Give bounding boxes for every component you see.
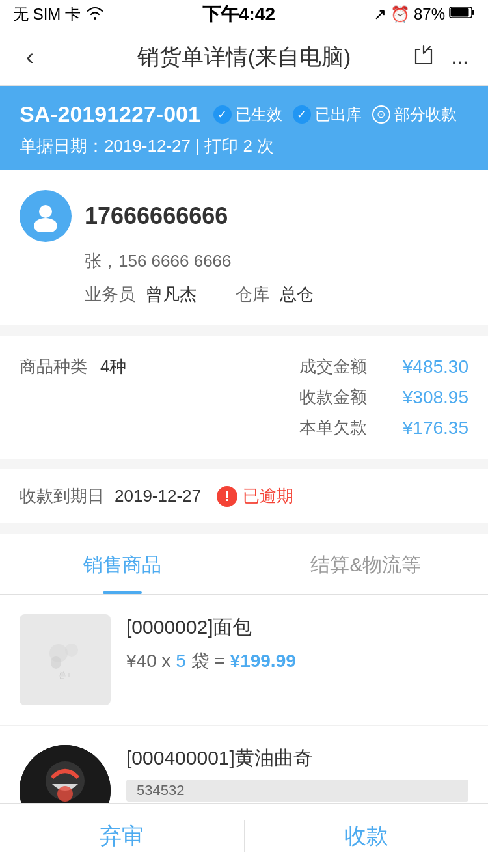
svg-point-3 <box>39 205 52 218</box>
product-sku-badge: 534532 <box>126 780 468 802</box>
status-bar: 无 SIM 卡 下午4:42 ↗ ⏰ 87% <box>0 0 488 29</box>
collected-row: 收款金额 ¥308.95 <box>244 386 468 409</box>
collected-label: 收款金额 <box>289 386 367 409</box>
status-right: ↗ ⏰ 87% <box>373 5 475 23</box>
svg-text:兽+: 兽+ <box>59 671 71 680</box>
category-value: 4种 <box>100 355 126 378</box>
customer-details: 业务员 曾凡杰 仓库 总仓 <box>20 283 468 306</box>
clock-icon: ⊙ <box>372 105 390 124</box>
stats-right: 成交金额 ¥485.30 收款金额 ¥308.95 本单欠款 ¥176.35 <box>244 355 468 439</box>
check-icon-1: ✓ <box>213 105 232 124</box>
location-icon: ↗ <box>373 5 386 23</box>
svg-point-11 <box>57 786 73 802</box>
debt-value: ¥176.35 <box>377 418 468 439</box>
order-header: SA-20191227-001 ✓ 已生效 ✓ 已出库 ⊙ 部分收款 单据日期：… <box>0 86 488 170</box>
status-tags: ✓ 已生效 ✓ 已出库 ⊙ 部分收款 <box>213 104 457 125</box>
stats-left: 商品种类 4种 <box>20 355 244 378</box>
overdue-badge: ! 已逾期 <box>217 485 293 508</box>
abandon-review-button[interactable]: 弃审 <box>0 808 244 864</box>
status-partial-payment: ⊙ 部分收款 <box>372 104 457 125</box>
customer-id: 17666666666 <box>85 202 228 230</box>
carrier-label: 无 SIM 卡 <box>13 4 81 25</box>
battery-icon <box>449 5 475 23</box>
more-icon[interactable]: ... <box>451 45 468 69</box>
battery-label: 87% <box>414 5 445 23</box>
order-id: SA-20191227-001 <box>20 102 200 127</box>
collect-payment-button[interactable]: 收款 <box>245 808 489 864</box>
svg-point-4 <box>34 218 57 232</box>
bottom-bar: 弃审 收款 <box>0 803 488 868</box>
deal-amount-value: ¥485.30 <box>377 357 468 377</box>
order-meta: 单据日期：2019-12-27 | 打印 2 次 <box>20 135 468 157</box>
due-date-card: 收款到期日 2019-12-27 ! 已逾期 <box>0 469 488 523</box>
debt-row: 本单欠款 ¥176.35 <box>244 416 468 439</box>
tab-settlement-logistics[interactable]: 结算&物流等 <box>244 534 488 594</box>
back-button[interactable]: ‹ <box>20 37 40 77</box>
product-info-1: [0000002]面包 ¥40 x 5 袋 = ¥199.99 <box>126 614 468 673</box>
product-image-1: 兽+ <box>20 614 111 705</box>
salesperson-detail: 业务员 曾凡杰 <box>85 283 197 306</box>
product-price-1: ¥40 x 5 袋 = ¥199.99 <box>126 649 468 673</box>
product-name-2: [000400001]黄油曲奇 <box>126 745 468 772</box>
status-out-stock: ✓ 已出库 <box>293 104 362 125</box>
alarm-icon: ⏰ <box>390 5 410 23</box>
overdue-text: 已逾期 <box>243 485 293 508</box>
product-name-1: [0000002]面包 <box>126 614 468 641</box>
due-date-label: 收款到期日 <box>20 485 104 508</box>
deal-amount-label: 成交金额 <box>289 355 367 378</box>
stats-card: 商品种类 4种 成交金额 ¥485.30 收款金额 ¥308.95 本单欠款 ¥… <box>0 336 488 459</box>
product-total-1: ¥199.99 <box>230 651 296 671</box>
warehouse-detail: 仓库 总仓 <box>236 283 314 306</box>
svg-rect-1 <box>472 10 474 15</box>
svg-point-6 <box>65 644 78 657</box>
product-qty-1: 5 <box>176 651 186 671</box>
status-time: 下午4:42 <box>202 2 275 27</box>
collected-value: ¥308.95 <box>377 387 468 408</box>
wifi-icon <box>86 5 104 23</box>
page-title: 销货单详情(来自电脑) <box>137 42 351 72</box>
salesperson-value: 曾凡杰 <box>146 283 197 306</box>
customer-card: 17666666666 张，156 6666 6666 业务员 曾凡杰 仓库 总… <box>0 170 488 325</box>
customer-top: 17666666666 <box>20 190 468 242</box>
tab-sales-products[interactable]: 销售商品 <box>0 534 244 594</box>
overdue-icon: ! <box>217 486 237 507</box>
tabs: 销售商品 结算&物流等 <box>0 534 488 595</box>
check-icon-2: ✓ <box>293 105 311 124</box>
due-date-value: 2019-12-27 <box>115 486 201 506</box>
svg-rect-2 <box>450 8 468 17</box>
status-left: 无 SIM 卡 <box>13 4 104 25</box>
debt-label: 本单欠款 <box>289 416 367 439</box>
nav-right-actions: ... <box>412 43 468 72</box>
category-label: 商品种类 <box>20 355 87 378</box>
nav-bar: ‹ 销货单详情(来自电脑) ... <box>0 29 488 86</box>
share-icon[interactable] <box>412 43 435 72</box>
customer-sub-info: 张，156 6666 6666 <box>20 250 468 273</box>
avatar <box>20 190 72 242</box>
product-item: 兽+ [0000002]面包 ¥40 x 5 袋 = ¥199.99 <box>0 595 488 726</box>
deal-amount-row: 成交金额 ¥485.30 <box>244 355 468 378</box>
warehouse-value: 总仓 <box>280 283 314 306</box>
svg-point-7 <box>51 656 61 669</box>
status-effective: ✓ 已生效 <box>213 104 282 125</box>
